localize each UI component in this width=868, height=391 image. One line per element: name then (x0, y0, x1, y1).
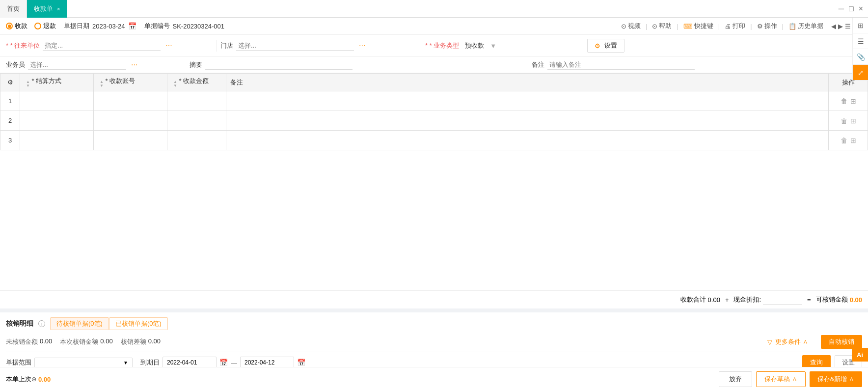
discount-label: 现金折扣: (733, 295, 761, 304)
print-icon: 🖨 (725, 23, 731, 30)
radio-refund[interactable]: 退款 (34, 22, 56, 30)
right-sidebar: ⊞ ☰ 📎 ⤢ (852, 18, 868, 81)
save-draft-btn[interactable]: 保存草稿 ∧ (756, 371, 806, 387)
stat-uncleared-label: 未核销金额 (6, 337, 38, 346)
biz-type-field: * 业务类型 预收款 ▼ (425, 40, 582, 51)
toolbar-help[interactable]: ⊙ 帮助 (652, 22, 672, 30)
ai-badge[interactable]: Ai (852, 348, 868, 362)
row-settle[interactable] (20, 91, 94, 111)
toolbar-video[interactable]: ⊙ 视频 (621, 22, 641, 30)
stat-diff-label: 核销差额 (121, 337, 146, 346)
toolbar-shortcut[interactable]: ⌨ 快捷键 (683, 22, 713, 30)
radio-dot-receive (6, 23, 13, 29)
row-delete-icon[interactable]: 🗑 (841, 97, 847, 105)
sort-arrows-settle[interactable]: ▲▼ (26, 80, 30, 88)
row-delete-icon[interactable]: 🗑 (841, 137, 847, 144)
current-label: 本单上次⊙ (6, 375, 36, 384)
stat-diff-value: 0.00 (148, 337, 161, 346)
settings-button[interactable]: ⚙设置 (587, 39, 624, 53)
sidebar-expand-icon[interactable]: ⤢ (853, 65, 868, 81)
toolbar-print[interactable]: 🖨 打印 (725, 22, 745, 30)
row-copy-icon[interactable]: ⊞ (850, 117, 856, 125)
row-account[interactable] (94, 91, 167, 111)
row-note[interactable] (226, 111, 829, 131)
store-label: 门店 (220, 41, 233, 50)
staff-dots-icon[interactable]: ··· (131, 60, 137, 69)
range-field: 单据范围 ▼ (6, 358, 133, 368)
toolbar-history-label: 历史单据 (798, 22, 823, 30)
hexiao-tab-pending[interactable]: 待核销单据(0笔) (50, 317, 109, 330)
bill-date-calendar-icon[interactable]: 📅 (128, 22, 136, 30)
help-icon: ⊙ (652, 23, 657, 30)
discount-input[interactable] (763, 295, 802, 305)
col-settings-header[interactable]: ⚙ (0, 74, 20, 91)
settings-gear-icon: ⚙ (595, 42, 600, 50)
subtotal-value: 0.00 (708, 296, 720, 304)
window-maximize-icon[interactable]: □ (849, 4, 854, 13)
more-conditions-btn[interactable]: ▽ 更多条件 ∧ (767, 337, 808, 346)
abandon-btn[interactable]: 放弃 (719, 371, 752, 387)
row-settle[interactable] (20, 111, 94, 131)
row-copy-icon[interactable]: ⊞ (850, 97, 856, 105)
type-radio-group: 收款 退款 (6, 22, 56, 30)
tab-bar: 首页 收款单 × ─ □ × (0, 0, 868, 18)
subtotal-item: 收款合计 0.00 (680, 295, 720, 304)
remark-input[interactable] (547, 60, 695, 70)
hexiao-tab-done-label: 已核销单据(0笔) (115, 320, 162, 327)
save-new-label: 保存&新增 ∧ (817, 375, 854, 384)
row-amount[interactable] (167, 111, 226, 131)
nav-next-icon[interactable]: ▶ (838, 23, 843, 30)
sort-arrows-amount[interactable]: ▲▼ (173, 80, 177, 88)
divider-2 (421, 40, 421, 52)
store-input[interactable] (236, 41, 354, 51)
col-settle-header: ▲▼ * 结算方式 (20, 74, 94, 91)
save-new-btn[interactable]: 保存&新增 ∧ (810, 371, 862, 387)
window-close-icon[interactable]: × (859, 4, 863, 13)
page-footer: 本单上次⊙ 0.00 放弃 保存草稿 ∧ 保存&新增 ∧ (0, 367, 868, 391)
summary-input[interactable] (205, 60, 353, 70)
due-date-to-calendar-icon[interactable]: 📅 (297, 359, 305, 366)
row-settle[interactable] (20, 131, 94, 150)
row-account[interactable] (94, 111, 167, 131)
tab-home[interactable]: 首页 (0, 0, 27, 18)
toolbar-history[interactable]: 📋 历史单据 (788, 22, 823, 30)
tab-close-icon[interactable]: × (57, 6, 60, 12)
due-date-from-calendar-icon[interactable]: 📅 (219, 359, 228, 366)
row-account[interactable] (94, 131, 167, 150)
sidebar-attach-icon[interactable]: 📎 (853, 49, 868, 65)
row-num: 3 (0, 131, 20, 150)
sidebar-table-icon[interactable]: ⊞ (853, 18, 868, 33)
biz-type-dropdown-icon[interactable]: ▼ (490, 42, 496, 50)
view-list-icon[interactable]: ☰ (845, 23, 851, 30)
toolbar-shortcut-label: 快捷键 (694, 22, 713, 30)
hexiao-tab-done[interactable]: 已核销单据(0笔) (109, 317, 168, 330)
row-copy-icon[interactable]: ⊞ (850, 137, 856, 144)
row-delete-icon[interactable]: 🗑 (841, 117, 847, 125)
counterpart-dots-icon[interactable]: ··· (165, 41, 172, 50)
form-toolbar: 收款 退款 单据日期 2023-03-24 📅 单据编号 SK-20230324… (0, 18, 868, 35)
radio-receive[interactable]: 收款 (6, 22, 27, 30)
toolbar-ops[interactable]: ⚙ 操作 (757, 22, 777, 30)
receipt-table-area: ⚙ ▲▼ * 结算方式 ▲▼ * 收款账号 ▲▼ * 收款金额 备注 (0, 73, 868, 290)
store-dots-icon[interactable]: ··· (359, 41, 365, 50)
range-select[interactable]: ▼ (34, 358, 133, 368)
nav-prev-icon[interactable]: ◀ (831, 23, 836, 30)
row-amount[interactable] (167, 91, 226, 111)
staff-input[interactable] (28, 60, 126, 70)
tab-receipt[interactable]: 收款单 × (27, 0, 67, 18)
summary-field: 摘要 (190, 60, 520, 70)
sort-arrows-account[interactable]: ▲▼ (100, 80, 104, 88)
sidebar-list-icon[interactable]: ☰ (853, 33, 868, 49)
counterpart-input[interactable] (43, 41, 161, 51)
hexiao-info-icon[interactable]: i (38, 320, 45, 327)
row-note[interactable] (226, 131, 829, 150)
row-ops: 🗑 ⊞ (829, 131, 868, 150)
form-fields-row2: 业务员 ··· 摘要 备注 (0, 57, 868, 73)
hexiao-header: 核销明细 i 待核销单据(0笔) 已核销单据(0笔) (6, 312, 862, 333)
auto-hexiao-btn[interactable]: 自动核销 (821, 335, 862, 349)
col-account-label: * 收款账号 (106, 77, 136, 84)
row-note[interactable] (226, 91, 829, 111)
hexiao-tab-pending-label: 待核销单据(0笔) (56, 320, 103, 327)
row-amount[interactable] (167, 131, 226, 150)
window-minimize-icon[interactable]: ─ (839, 4, 844, 13)
